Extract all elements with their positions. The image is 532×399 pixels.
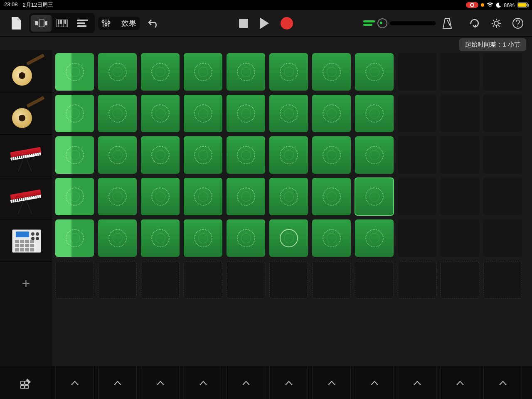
loop-cell[interactable] — [55, 53, 94, 91]
empty-cell[interactable] — [227, 261, 265, 298]
loop-cell[interactable] — [312, 178, 351, 215]
loop-cell[interactable] — [141, 219, 180, 257]
loop-cell[interactable] — [227, 178, 265, 215]
loop-cell[interactable] — [312, 95, 351, 132]
track-header[interactable] — [0, 177, 52, 219]
loop-cell[interactable] — [355, 178, 394, 215]
loop-cell[interactable] — [55, 178, 94, 215]
scene-trigger[interactable] — [483, 366, 522, 399]
scene-trigger[interactable] — [355, 366, 394, 399]
loop-cell[interactable] — [98, 53, 137, 91]
empty-cell[interactable] — [398, 219, 436, 257]
loop-cell[interactable] — [312, 136, 351, 174]
track-header[interactable] — [0, 92, 52, 135]
loop-cell[interactable] — [184, 95, 222, 132]
empty-cell[interactable] — [269, 261, 308, 298]
loop-cell[interactable] — [55, 219, 94, 257]
track-header[interactable] — [0, 50, 52, 92]
empty-cell[interactable] — [55, 261, 94, 298]
empty-cell[interactable] — [441, 136, 479, 174]
empty-cell[interactable] — [312, 261, 351, 298]
track-header[interactable] — [0, 219, 52, 262]
empty-cell[interactable] — [483, 136, 522, 174]
loop-cell[interactable] — [98, 136, 137, 174]
scene-trigger[interactable] — [98, 366, 137, 399]
loop-cell[interactable] — [269, 136, 308, 174]
scene-trigger[interactable] — [141, 366, 180, 399]
view-tracks[interactable] — [72, 15, 93, 32]
scene-trigger[interactable] — [441, 366, 479, 399]
undo-button[interactable] — [143, 13, 163, 33]
loop-cell[interactable] — [184, 219, 222, 257]
empty-cell[interactable] — [483, 53, 522, 91]
help-button[interactable] — [510, 15, 526, 32]
track-controls-button[interactable] — [101, 19, 118, 28]
scene-trigger[interactable] — [227, 366, 265, 399]
loop-cell[interactable] — [98, 95, 137, 132]
settings-button[interactable] — [488, 15, 505, 32]
loop-cell[interactable] — [141, 95, 180, 132]
scene-trigger[interactable] — [312, 366, 351, 399]
view-live-loops[interactable] — [31, 15, 52, 32]
empty-cell[interactable] — [141, 261, 180, 298]
empty-cell[interactable] — [483, 219, 522, 257]
empty-cell[interactable] — [398, 136, 436, 174]
view-keyboard[interactable] — [52, 15, 72, 32]
empty-cell[interactable] — [441, 178, 479, 215]
loop-cell[interactable] — [98, 178, 137, 215]
empty-cell[interactable] — [483, 178, 522, 215]
empty-cell[interactable] — [398, 261, 436, 298]
metronome-button[interactable] — [439, 15, 456, 32]
volume-knob[interactable] — [377, 18, 387, 28]
scene-trigger[interactable] — [184, 366, 222, 399]
loop-cell[interactable] — [55, 136, 94, 174]
loop-cell[interactable] — [355, 95, 394, 132]
empty-cell[interactable] — [398, 95, 436, 132]
empty-cell[interactable] — [441, 95, 479, 132]
empty-cell[interactable] — [355, 261, 394, 298]
scene-trigger[interactable] — [55, 366, 94, 399]
record-button[interactable] — [281, 17, 293, 30]
loop-browser-button[interactable] — [466, 15, 483, 32]
loop-cell[interactable] — [227, 136, 265, 174]
grid-edit-button[interactable] — [0, 366, 52, 399]
loop-cell[interactable] — [355, 53, 394, 91]
fx-button[interactable]: 效果 — [121, 18, 136, 28]
loop-cell[interactable] — [141, 178, 180, 215]
empty-cell[interactable] — [398, 178, 436, 215]
loop-cell[interactable] — [312, 53, 351, 91]
empty-cell[interactable] — [483, 95, 522, 132]
loop-cell[interactable] — [355, 136, 394, 174]
loop-cell[interactable] — [227, 53, 265, 91]
scene-trigger[interactable] — [269, 366, 308, 399]
loop-cell[interactable] — [312, 219, 351, 257]
stop-button[interactable] — [239, 19, 248, 28]
loop-cell[interactable] — [141, 53, 180, 91]
empty-cell[interactable] — [184, 261, 222, 298]
loop-cell[interactable] — [269, 53, 308, 91]
loop-cell[interactable] — [141, 136, 180, 174]
empty-cell[interactable] — [398, 53, 436, 91]
track-header[interactable] — [0, 135, 52, 177]
loop-cell[interactable] — [269, 219, 308, 257]
loop-cell[interactable] — [184, 53, 222, 91]
loop-cell[interactable] — [269, 95, 308, 132]
loop-cell[interactable] — [184, 178, 222, 215]
loop-cell[interactable] — [55, 95, 94, 132]
loop-cell[interactable] — [227, 219, 265, 257]
loop-cell[interactable] — [184, 136, 222, 174]
add-track-button[interactable]: + — [0, 262, 52, 304]
my-songs-button[interactable] — [6, 13, 26, 33]
loop-cell[interactable] — [98, 219, 137, 257]
empty-cell[interactable] — [441, 53, 479, 91]
volume-slider[interactable] — [390, 21, 436, 25]
empty-cell[interactable] — [441, 261, 479, 298]
loop-cell[interactable] — [355, 219, 394, 257]
scene-trigger[interactable] — [398, 366, 436, 399]
empty-cell[interactable] — [441, 219, 479, 257]
empty-cell[interactable] — [98, 261, 137, 298]
loop-cell[interactable] — [269, 178, 308, 215]
play-button[interactable] — [260, 17, 269, 29]
empty-cell[interactable] — [483, 261, 522, 298]
loop-cell[interactable] — [227, 95, 265, 132]
